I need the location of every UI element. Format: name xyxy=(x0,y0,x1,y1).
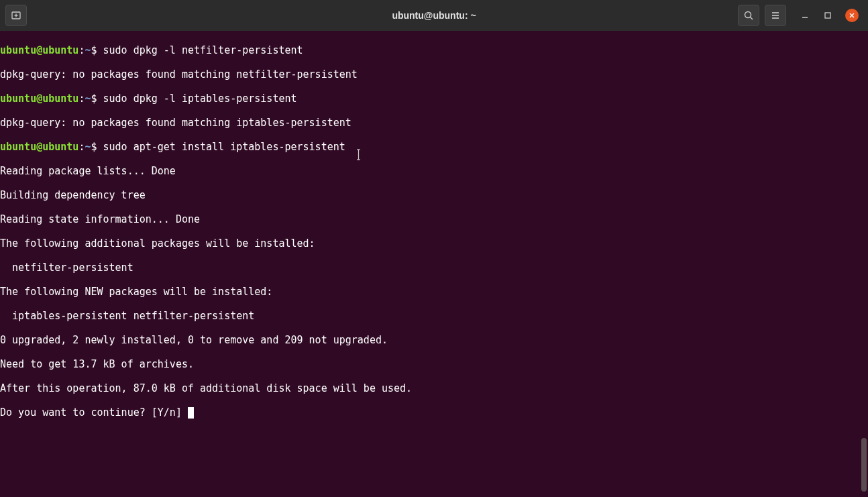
command-text: sudo apt-get install iptables-persistent xyxy=(103,141,345,153)
hamburger-icon xyxy=(770,10,781,21)
search-button[interactable] xyxy=(738,5,759,26)
menu-button[interactable] xyxy=(765,5,786,26)
prompt-dollar: $ xyxy=(91,93,103,105)
svg-rect-9 xyxy=(825,13,830,18)
close-button[interactable] xyxy=(845,9,859,22)
window-controls xyxy=(800,9,859,22)
output-line: dpkg-query: no packages found matching n… xyxy=(0,68,868,80)
output-line: After this operation, 87.0 kB of additio… xyxy=(0,382,868,394)
svg-line-4 xyxy=(751,17,753,20)
maximize-icon xyxy=(824,11,832,19)
output-line: 0 upgraded, 2 newly installed, 0 to remo… xyxy=(0,334,868,346)
terminal-cursor xyxy=(188,407,194,419)
prompt-dollar: $ xyxy=(91,141,103,153)
maximize-button[interactable] xyxy=(822,10,833,21)
new-tab-icon xyxy=(11,10,21,21)
prompt-user-host: ubuntu@ubuntu xyxy=(0,93,78,105)
titlebar-right-group xyxy=(738,5,863,26)
output-line: Reading package lists... Done xyxy=(0,165,868,177)
output-line: The following NEW packages will be insta… xyxy=(0,286,868,298)
minimize-icon xyxy=(801,11,809,19)
minimize-button[interactable] xyxy=(800,10,810,21)
svg-point-3 xyxy=(745,12,751,18)
prompt-dollar: $ xyxy=(91,44,103,56)
output-line: dpkg-query: no packages found matching i… xyxy=(0,117,868,129)
command-text: sudo dpkg -l iptables-persistent xyxy=(103,93,297,105)
output-line: Need to get 13.7 kB of archives. xyxy=(0,358,868,370)
new-tab-button[interactable] xyxy=(5,5,27,26)
output-line: The following additional packages will b… xyxy=(0,237,868,250)
output-line: Do you want to continue? [Y/n] xyxy=(0,406,188,419)
close-icon xyxy=(849,12,855,19)
prompt-user-host: ubuntu@ubuntu xyxy=(0,44,78,56)
output-line: iptables-persistent netfilter-persistent xyxy=(0,310,868,322)
output-line: netfilter-persistent xyxy=(0,262,868,274)
output-line: Building dependency tree xyxy=(0,189,868,201)
window-title: ubuntu@ubuntu: ~ xyxy=(392,10,476,21)
prompt-user-host: ubuntu@ubuntu xyxy=(0,141,78,153)
vertical-scrollbar[interactable] xyxy=(861,438,867,492)
terminal-output-area[interactable]: ubuntu@ubuntu:~$ sudo dpkg -l netfilter-… xyxy=(0,31,868,431)
search-icon xyxy=(743,10,754,21)
command-text: sudo dpkg -l netfilter-persistent xyxy=(103,44,303,56)
window-titlebar: ubuntu@ubuntu: ~ xyxy=(0,0,868,31)
output-line: Reading state information... Done xyxy=(0,213,868,225)
